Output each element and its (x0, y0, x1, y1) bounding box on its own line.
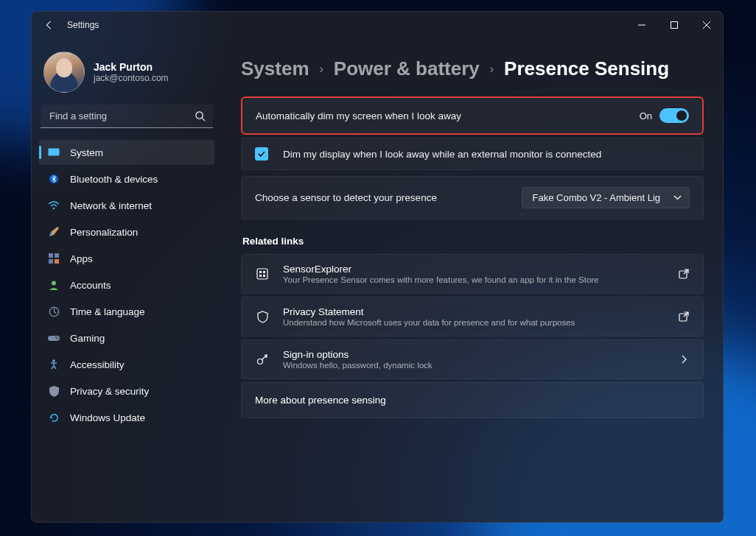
person-icon (48, 279, 60, 291)
sidebar-item-system[interactable]: System (39, 140, 214, 165)
svg-rect-1 (671, 22, 678, 29)
svg-rect-9 (49, 259, 53, 264)
link-title: SensorExplorer (283, 264, 665, 275)
svg-point-16 (52, 359, 55, 362)
window-controls (626, 12, 723, 38)
sidebar: Jack Purton jack@contoso.com System Blue… (32, 38, 222, 522)
sidebar-item-label: Privacy & security (70, 386, 149, 397)
svg-rect-4 (49, 149, 60, 156)
svg-rect-10 (55, 259, 59, 264)
sidebar-item-accounts[interactable]: Accounts (39, 272, 214, 297)
store-app-icon (255, 267, 270, 281)
checkbox-checked-icon[interactable] (255, 147, 268, 161)
chevron-right-icon (678, 353, 690, 365)
sidebar-item-time-language[interactable]: Time & language (39, 299, 214, 324)
titlebar: Settings (32, 12, 723, 38)
svg-point-2 (196, 112, 203, 119)
sensor-select-row: Choose a sensor to detect your presence … (241, 176, 704, 219)
dim-toggle-label: Automatically dim my screen when I look … (256, 110, 461, 121)
accessibility-icon (48, 359, 60, 370)
svg-rect-8 (55, 253, 59, 258)
open-external-icon (678, 311, 690, 322)
link-subtitle: Understand how Microsoft uses your data … (283, 318, 665, 327)
svg-rect-18 (259, 271, 262, 273)
svg-point-6 (53, 208, 55, 210)
sensor-dropdown[interactable]: Fake Combo V2 - Ambient Lig (522, 187, 690, 208)
search-field-wrap (41, 105, 213, 128)
sidebar-item-windows-update[interactable]: Windows Update (39, 405, 214, 430)
maximize-button[interactable] (658, 12, 690, 38)
wifi-icon (48, 200, 60, 211)
svg-point-24 (258, 359, 263, 364)
svg-rect-21 (263, 275, 265, 277)
breadcrumb-presence-sensing: Presence Sensing (504, 57, 669, 80)
svg-rect-20 (259, 275, 262, 277)
svg-rect-17 (257, 269, 267, 279)
link-subtitle: Windows hello, password, dynamic lock (283, 361, 665, 370)
key-icon (255, 352, 270, 367)
shield-icon (48, 385, 60, 397)
bluetooth-icon (48, 173, 60, 185)
sidebar-item-label: Personalization (70, 227, 138, 238)
sidebar-item-network[interactable]: Network & internet (39, 193, 214, 218)
breadcrumb-power-battery[interactable]: Power & battery (334, 57, 480, 80)
breadcrumb-system[interactable]: System (241, 57, 309, 80)
chevron-right-icon: › (320, 63, 323, 76)
open-external-icon (678, 268, 690, 280)
related-links-heading: Related links (242, 236, 704, 247)
link-subtitle: Your Presence Sensor comes with more fea… (283, 275, 665, 284)
link-more-about-presence[interactable]: More about presence sensing (241, 382, 704, 418)
link-signin-options[interactable]: Sign-in options Windows hello, password,… (241, 339, 704, 379)
sidebar-item-label: Time & language (70, 306, 145, 317)
clock-globe-icon (48, 306, 60, 317)
shield-outline-icon (255, 309, 270, 324)
dim-toggle-row: Automatically dim my screen when I look … (241, 96, 704, 135)
sidebar-item-label: Accessibility (70, 359, 125, 370)
sidebar-item-label: Bluetooth & devices (70, 174, 158, 185)
user-name: Jack Purton (94, 61, 169, 73)
sidebar-item-gaming[interactable]: Gaming (39, 325, 214, 350)
svg-rect-7 (49, 253, 53, 258)
sensor-select-label: Choose a sensor to detect your presence (255, 192, 437, 203)
minimize-button[interactable] (626, 12, 658, 38)
toggle-state-text: On (640, 110, 652, 121)
svg-rect-19 (263, 271, 265, 273)
chevron-right-icon: › (490, 63, 494, 76)
sidebar-item-label: Apps (70, 253, 93, 264)
link-title: More about presence sensing (255, 395, 386, 406)
content-area: System › Power & battery › Presence Sens… (222, 38, 723, 522)
sidebar-item-bluetooth[interactable]: Bluetooth & devices (39, 166, 214, 191)
sidebar-item-privacy[interactable]: Privacy & security (39, 378, 214, 403)
svg-point-14 (55, 336, 57, 338)
search-icon (195, 110, 206, 121)
sidebar-item-accessibility[interactable]: Accessibility (39, 352, 214, 377)
app-title: Settings (67, 20, 626, 30)
sidebar-item-personalization[interactable]: Personalization (39, 219, 214, 244)
sidebar-item-label: System (70, 147, 103, 158)
sensor-dropdown-value: Fake Combo V2 - Ambient Lig (533, 192, 660, 203)
external-monitor-checkbox-row[interactable]: Dim my display when I look away while an… (241, 138, 704, 170)
gamepad-icon (48, 332, 60, 344)
link-title: Sign-in options (283, 349, 665, 360)
link-title: Privacy Statement (283, 306, 665, 317)
sidebar-item-label: Windows Update (70, 412, 145, 423)
sidebar-nav: System Bluetooth & devices Network & int… (36, 140, 217, 430)
dim-toggle-switch[interactable] (659, 108, 689, 123)
link-sensor-explorer[interactable]: SensorExplorer Your Presence Sensor come… (241, 254, 704, 294)
sidebar-item-label: Network & internet (70, 200, 152, 211)
link-privacy-statement[interactable]: Privacy Statement Understand how Microso… (241, 297, 704, 336)
chevron-down-icon (673, 195, 682, 200)
svg-point-15 (57, 338, 58, 339)
back-button[interactable] (36, 12, 63, 38)
search-input[interactable] (41, 105, 213, 128)
sidebar-item-label: Gaming (70, 333, 105, 344)
sidebar-item-apps[interactable]: Apps (39, 246, 214, 271)
external-monitor-checkbox-label: Dim my display when I look away while an… (283, 149, 601, 160)
user-profile[interactable]: Jack Purton jack@contoso.com (36, 49, 217, 105)
svg-line-3 (202, 118, 205, 121)
display-icon (48, 147, 60, 158)
paint-icon (48, 226, 60, 238)
svg-point-11 (52, 281, 56, 286)
settings-window: Settings Jack Purton jack@contoso.com (31, 11, 724, 523)
close-button[interactable] (690, 12, 723, 38)
